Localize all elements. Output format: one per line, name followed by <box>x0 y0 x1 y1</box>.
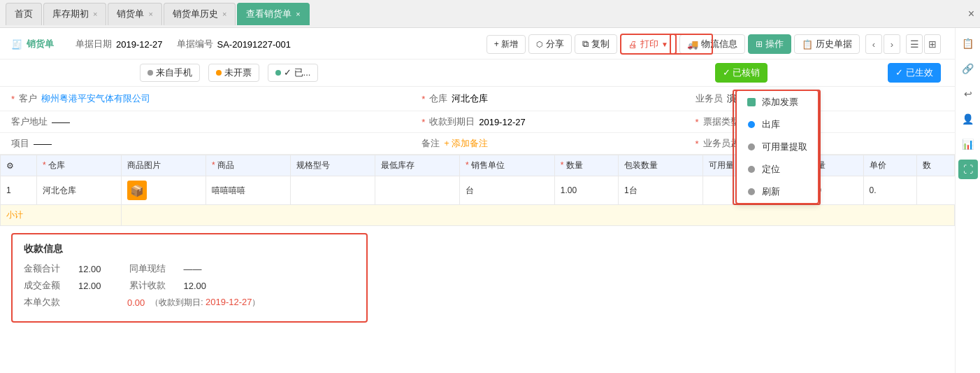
note-field: 备注 + 添加备注 <box>421 137 695 150</box>
doc-icon: 🧾 <box>11 39 22 50</box>
col-settings[interactable]: ⚙ <box>1 155 37 176</box>
tab-sales[interactable]: 销货单 × <box>108 3 161 25</box>
available-extract-label: 可用量提取 <box>762 141 807 153</box>
total-value: 12.00 <box>78 264 101 274</box>
right-btn-4[interactable]: 👤 <box>958 109 978 129</box>
tab-view-sales[interactable]: 查看销货单 × <box>237 3 309 25</box>
row-price: 0. <box>863 176 916 205</box>
add-note-button[interactable]: + 添加备注 <box>444 137 488 150</box>
add-invoice-item[interactable]: 添加发票 <box>737 91 818 113</box>
doc-number-label: 单据编号 <box>177 38 213 50</box>
address-label: 客户地址 <box>11 115 48 128</box>
right-btn-6[interactable]: ⛶ <box>958 160 978 179</box>
operations-button[interactable]: ⊞ 操作 <box>748 34 791 54</box>
right-btn-1[interactable]: 📋 <box>958 34 978 53</box>
tab-view-sales-close[interactable]: × <box>296 10 300 18</box>
locate-label: 定位 <box>762 163 780 176</box>
tab-sales-label: 销货单 <box>117 8 144 20</box>
row-product-img: 📦 <box>122 176 206 205</box>
locate-icon <box>747 164 756 174</box>
confirmed-button[interactable]: ✓ 已... <box>268 64 318 82</box>
owed-date: 2019-12-27 <box>206 297 252 307</box>
owed-field: 本单欠款 0.00 （收款到期日: 2019-12-27） <box>24 296 355 309</box>
due-date-label: 收款到期日 <box>429 115 475 128</box>
doc-date-label: 单据日期 <box>75 38 112 50</box>
subtotal-row: 小计 <box>1 205 955 226</box>
deal-value: 12.00 <box>78 281 101 291</box>
col-warehouse: 仓库 <box>37 155 122 176</box>
prev-arrow[interactable]: ‹ <box>865 34 882 54</box>
tab-sales-history-close[interactable]: × <box>222 10 226 18</box>
doc-title: 🧾 销货单 <box>11 38 67 50</box>
cumulative-field: 累计收款 12.00 <box>129 279 207 292</box>
doc-number-field: 单据编号 SA-20191227-001 <box>177 38 291 50</box>
payment-row-1: 金额合计 12.00 同单现结 —— <box>24 262 355 275</box>
customer-value[interactable]: 柳州粤港平安气体有限公司 <box>41 92 150 105</box>
row-no: 1 <box>1 176 37 205</box>
col-unit: 销售单位 <box>459 155 554 176</box>
due-date-value: 2019-12-27 <box>479 117 526 127</box>
outbound-icon <box>747 120 756 129</box>
refresh-label: 刷新 <box>762 185 780 198</box>
not-invoiced-button[interactable]: 未开票 <box>208 64 259 82</box>
tab-inventory-close[interactable]: × <box>93 10 97 18</box>
operations-dropdown: 添加发票 出库 可用量提取 定位 刷新 <box>735 90 819 204</box>
tab-inventory-label: 库存期初 <box>52 8 89 20</box>
print-button[interactable]: 🖨 打印 ▼ <box>620 34 677 55</box>
table-section: ⚙ 仓库 商品图片 商品 规格型号 最低库存 销售单位 数量 包装数量 可用量 … <box>0 155 980 226</box>
col-min-stock: 最低库存 <box>375 155 459 176</box>
print-dropdown-arrow[interactable]: ▼ <box>661 41 668 48</box>
share-button[interactable]: ⬡ 分享 <box>528 34 572 54</box>
available-extract-icon <box>747 142 756 152</box>
effective-button[interactable]: ✓ 已生效 <box>888 63 941 83</box>
warehouse-field: * 仓库 河北仓库 <box>421 92 695 105</box>
grid-view-button[interactable]: ⊞ <box>924 34 941 54</box>
tab-view-sales-label: 查看销货单 <box>246 8 291 20</box>
list-view-button[interactable]: ☰ <box>906 34 923 54</box>
customer-field: * 客户 柳州粤港平安气体有限公司 <box>11 92 421 105</box>
sold-button[interactable]: ✓ 已核销 <box>715 63 768 83</box>
salesperson-label: 业务员孟 <box>703 137 740 150</box>
right-btn-5[interactable]: 📊 <box>958 134 978 154</box>
refresh-item[interactable]: 刷新 <box>737 181 818 203</box>
row-min-stock <box>375 176 459 205</box>
window-close-icon[interactable]: × <box>968 8 974 20</box>
tab-sales-history[interactable]: 销货单历史 × <box>164 3 236 25</box>
warehouse-label: 仓库 <box>429 92 447 105</box>
payment-row-2: 成交金额 12.00 累计收款 12.00 <box>24 279 355 292</box>
row-warehouse: 河北仓库 <box>37 176 122 205</box>
available-extract-item[interactable]: 可用量提取 <box>737 136 818 158</box>
right-toolbar: 📋 🔗 ↩ 👤 📊 ⛶ <box>955 28 980 373</box>
locate-item[interactable]: 定位 <box>737 158 818 181</box>
confirmed-label: ✓ 已... <box>284 66 310 79</box>
print-icon: 🖨 <box>628 39 637 50</box>
doc-date-value: 2019-12-27 <box>116 39 163 50</box>
confirm-dot <box>275 70 281 76</box>
warehouse-value: 河北仓库 <box>452 92 488 105</box>
project-field: 项目 —— <box>11 137 421 150</box>
history-button[interactable]: 📋 历史单据 <box>794 34 860 54</box>
tab-sales-close[interactable]: × <box>148 10 152 18</box>
tab-inventory[interactable]: 库存期初 × <box>43 3 106 25</box>
project-value: —— <box>34 139 52 149</box>
new-button[interactable]: + 新增 <box>487 35 526 54</box>
logistics-button[interactable]: 🚚 物流信息 <box>679 34 745 54</box>
owed-label: 本单欠款 <box>24 296 122 309</box>
next-arrow[interactable]: › <box>884 34 900 54</box>
right-btn-2[interactable]: 🔗 <box>958 59 978 78</box>
doc-number-value: SA-20191227-001 <box>217 39 291 50</box>
not-invoiced-label: 未开票 <box>224 66 252 79</box>
tab-home[interactable]: 首页 <box>6 3 42 25</box>
from-mobile-button[interactable]: 来自手机 <box>140 64 200 82</box>
project-label: 项目 <box>11 137 29 150</box>
owed-note: （收款到期日: 2019-12-27） <box>150 297 260 309</box>
right-btn-3[interactable]: ↩ <box>958 84 978 104</box>
payment-row-3: 本单欠款 0.00 （收款到期日: 2019-12-27） <box>24 296 355 309</box>
copy-button[interactable]: ⧉ 复制 <box>575 34 617 54</box>
row-spec <box>291 176 375 205</box>
outbound-item[interactable]: 出库 <box>737 113 818 136</box>
deal-label: 成交金额 <box>24 279 73 292</box>
address-value: —— <box>52 117 70 127</box>
logistics-icon: 🚚 <box>687 39 698 50</box>
col-price: 单价 <box>863 155 916 176</box>
